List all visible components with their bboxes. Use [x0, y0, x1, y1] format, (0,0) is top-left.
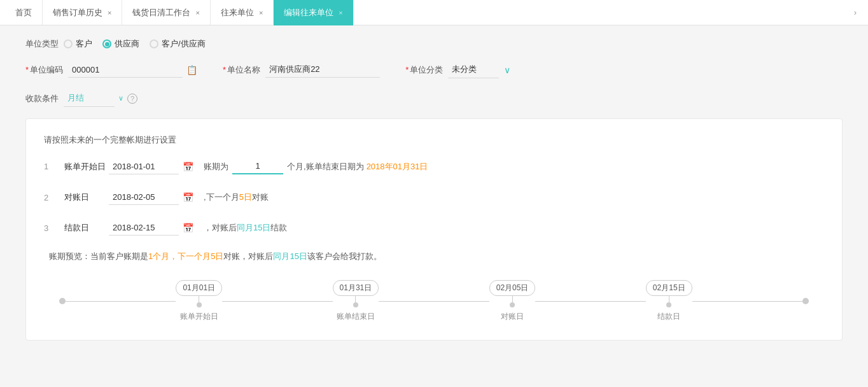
- unit-category-group: * 单位分类 未分类 ∨: [405, 61, 510, 78]
- radio-customer-circle: [64, 39, 73, 48]
- section-instruction: 请按照未来的一个完整帐期进行设置: [44, 134, 824, 146]
- unit-name-label: 单位名称: [227, 64, 260, 76]
- tab-cashflow-close[interactable]: ×: [195, 9, 199, 17]
- payment-terms-arrow-icon[interactable]: ∨: [118, 94, 123, 102]
- radio-both-label: 客户/供应商: [162, 38, 206, 50]
- start-date-calendar-icon[interactable]: 📅: [183, 162, 193, 172]
- row-2-label: 对账日: [64, 192, 109, 203]
- timeline-line-4: [535, 301, 645, 302]
- radio-customer-label: 客户: [76, 38, 92, 50]
- radio-supplier[interactable]: 供应商: [102, 38, 139, 50]
- row-3-suffix2: 结款: [270, 222, 287, 234]
- unit-type-label: 单位类型: [25, 38, 59, 50]
- timeline-node-4: 02月15日 结款日: [646, 280, 692, 322]
- tab-home[interactable]: 首页: [5, 0, 43, 25]
- row-2-num: 2: [44, 193, 57, 202]
- row-1-suffix-after: 个月,账单结束日期为: [287, 161, 364, 172]
- unit-name-group: * 单位名称: [223, 62, 380, 78]
- payment-terms-row: 收款条件 月结 ∨ ?: [25, 90, 843, 107]
- unit-type-group: 单位类型 客户 供应商 客户/供应商: [25, 38, 216, 50]
- tab-edit-partner[interactable]: 编辑往来单位 ×: [274, 0, 353, 25]
- payment-terms-help-icon[interactable]: ?: [127, 94, 137, 104]
- radio-supplier-dot: [105, 42, 109, 46]
- timeline-line-5: [692, 301, 802, 302]
- unit-code-copy-icon[interactable]: 📋: [186, 65, 197, 75]
- unit-category-star: *: [405, 65, 409, 74]
- unit-category-value: 未分类: [448, 61, 499, 78]
- setting-row-3: 3 结款日 📅 ，对账后 同月15日 结款: [44, 220, 824, 236]
- tab-edit-partner-close[interactable]: ×: [339, 9, 342, 17]
- timeline-label-2: 账单结束日: [337, 311, 375, 322]
- row-3-suffix1: ，对账后: [204, 222, 237, 234]
- row-3-label: 结款日: [64, 222, 109, 234]
- preview-part5: 该客户会给我打款。: [307, 251, 382, 261]
- tab-sales-history[interactable]: 销售订单历史 ×: [43, 0, 122, 25]
- timeline-vline-1: [199, 296, 199, 302]
- tab-sales-history-label: 销售订单历史: [53, 7, 102, 18]
- timeline-label-4: 结款日: [657, 311, 680, 322]
- tab-partner[interactable]: 往来单位 ×: [211, 0, 274, 25]
- timeline-vline-4: [669, 296, 669, 302]
- tab-partner-close[interactable]: ×: [259, 9, 263, 17]
- payment-date-calendar-icon[interactable]: 📅: [183, 223, 193, 233]
- tab-sales-history-close[interactable]: ×: [108, 9, 111, 17]
- unit-code-star: *: [25, 65, 29, 74]
- radio-customer[interactable]: 客户: [64, 38, 92, 50]
- tabs-more-button[interactable]: ›: [848, 8, 863, 17]
- unit-category-label: 单位分类: [410, 64, 443, 76]
- timeline-badge-3: 02月05日: [489, 280, 536, 296]
- reconcile-day-highlight: 5日: [239, 192, 252, 203]
- setting-row-2: 2 对账日 📅 ,下一个月 5日 对账: [44, 190, 824, 205]
- payment-terms-select[interactable]: 月结 ∨: [64, 90, 123, 107]
- content-area: 单位类型 客户 供应商 客户/供应商: [0, 25, 868, 387]
- timeline-label-1: 账单开始日: [180, 311, 218, 322]
- tab-cashflow-label: 钱货日清工作台: [132, 7, 190, 18]
- row-1-suffix-before: 账期为: [204, 161, 228, 172]
- unit-name-star: *: [223, 65, 226, 74]
- row-2-suffix2: 对账: [252, 192, 269, 203]
- radio-both-circle: [150, 39, 158, 48]
- radio-supplier-label: 供应商: [115, 38, 139, 50]
- timeline-start-dot: [59, 298, 66, 304]
- radio-both[interactable]: 客户/供应商: [150, 38, 206, 50]
- preview-label: 账期预览：当前客户账期是: [49, 251, 148, 261]
- reconcile-date-calendar-icon[interactable]: 📅: [183, 192, 193, 202]
- payment-day-highlight: 同月15日: [237, 222, 270, 234]
- reconcile-date-input[interactable]: [109, 190, 179, 205]
- timeline-line-2: [222, 301, 332, 302]
- tab-cashflow[interactable]: 钱货日清工作台 ×: [122, 0, 210, 25]
- timeline-line-1: [66, 301, 176, 302]
- unit-name-input[interactable]: [265, 62, 380, 78]
- setting-row-1: 1 账单开始日 📅 账期为 个月,账单结束日期为 2018年01月31日: [44, 158, 824, 174]
- timeline-dot-1: [197, 302, 202, 307]
- timeline-node-2: 01月31日 账单结束日: [333, 280, 379, 322]
- tabs-bar: 首页 销售订单历史 × 钱货日清工作台 × 往来单位 × 编辑往来单位 × ›: [0, 0, 868, 25]
- timeline-dot-3: [510, 302, 515, 307]
- payment-date-input[interactable]: [109, 220, 179, 236]
- unit-code-label: 单位编码: [30, 64, 63, 76]
- row-3-num: 3: [44, 223, 57, 233]
- row-1-label: 账单开始日: [64, 161, 109, 172]
- timeline-vline-2: [355, 296, 356, 302]
- timeline-container: 01月01日 账单开始日 01月31日 账单结束日: [46, 275, 822, 325]
- row-2-suffix: ,下一个月 5日 对账: [199, 192, 269, 203]
- preview-part4: 同月15日: [273, 251, 307, 261]
- start-date-input[interactable]: [109, 159, 179, 174]
- timeline-vline-3: [512, 296, 513, 302]
- timeline-badge-1: 01月01日: [176, 280, 222, 296]
- timeline-badge-4: 02月15日: [646, 280, 692, 296]
- timeline-node-1: 01月01日 账单开始日: [176, 280, 222, 322]
- preview-part1: 1个月，: [148, 251, 178, 261]
- unit-category-arrow-icon[interactable]: ∨: [504, 65, 510, 75]
- payment-terms-label: 收款条件: [25, 93, 59, 104]
- row-1-num: 1: [44, 162, 57, 171]
- unit-code-input[interactable]: [68, 62, 183, 78]
- preview-part3: 对账，对账后: [223, 251, 273, 261]
- period-months-input[interactable]: [232, 158, 283, 174]
- timeline-end-dot: [802, 298, 809, 304]
- timeline-node-3: 02月05日 对账日: [489, 280, 536, 322]
- unit-type-row: 单位类型 客户 供应商 客户/供应商: [25, 38, 843, 50]
- radio-supplier-circle: [102, 39, 111, 48]
- unit-category-select[interactable]: 未分类 ∨: [448, 61, 510, 78]
- preview-text: 账期预览：当前客户账期是1个月，下一个月5日对账，对账后同月15日该客户会给我打…: [46, 251, 822, 262]
